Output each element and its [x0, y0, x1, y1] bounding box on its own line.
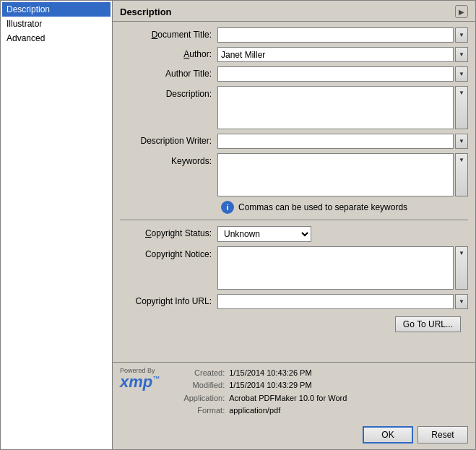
sidebar-item-illustrator[interactable]: Illustrator — [2, 17, 111, 31]
panel-title: Description — [120, 7, 172, 17]
footer: Powered By xmp™ Created: 1/15/2014 10:43… — [113, 362, 475, 422]
author-row: Author: ▼ — [120, 47, 468, 62]
content-area: Document Title: ▼ Author: ▼ — [113, 22, 475, 362]
info-row: i Commas can be used to separate keyword… — [120, 201, 468, 214]
document-title-wrap: ▼ — [217, 27, 468, 43]
format-label: Format: — [171, 404, 229, 417]
reset-button[interactable]: Reset — [417, 426, 468, 443]
document-title-dropdown[interactable]: ▼ — [455, 27, 468, 43]
author-dropdown[interactable]: ▼ — [455, 47, 468, 62]
author-title-dropdown[interactable]: ▼ — [455, 66, 468, 82]
keywords-dropdown[interactable]: ▼ — [455, 153, 468, 196]
goto-url-row: Go To URL... — [120, 313, 468, 334]
copyright-status-select[interactable]: Unknown Copyrighted Public Domain — [217, 226, 311, 242]
info-text: Commas can be used to separate keywords — [238, 202, 407, 212]
copyright-notice-wrap: ▼ — [217, 246, 468, 290]
author-title-wrap: ▼ — [217, 66, 468, 82]
application-value: Acrobat PDFMaker 10.0 for Word — [229, 392, 347, 405]
author-input[interactable] — [217, 47, 454, 62]
goto-url-button[interactable]: Go To URL... — [395, 316, 461, 332]
copyright-notice-input[interactable] — [217, 246, 454, 290]
xmp-text: xmp™ — [120, 374, 160, 390]
keywords-label: Keywords: — [120, 153, 217, 166]
copyright-url-label: Copyright Info URL: — [120, 294, 217, 306]
keywords-row: Keywords: ▼ — [120, 153, 468, 196]
description-dropdown[interactable]: ▼ — [455, 86, 468, 129]
format-value: application/pdf — [229, 404, 280, 417]
description-writer-input[interactable] — [217, 134, 454, 149]
copyright-notice-label: Copyright Notice: — [120, 246, 217, 259]
author-title-row: Author Title: ▼ — [120, 66, 468, 82]
author-title-label: Author Title: — [120, 66, 217, 79]
sidebar: Description Illustrator Advanced — [1, 1, 113, 449]
description-row: Description: ▼ — [120, 86, 468, 129]
description-writer-wrap: ▼ — [217, 134, 468, 149]
modified-label: Modified: — [171, 379, 229, 392]
author-title-input[interactable] — [217, 66, 454, 82]
description-wrap: ▼ — [217, 86, 468, 129]
dialog-buttons: OK Reset — [113, 422, 475, 449]
copyright-notice-row: Copyright Notice: ▼ — [120, 246, 468, 290]
copyright-url-input[interactable] — [217, 294, 454, 309]
separator-1 — [120, 220, 468, 220]
copyright-status-wrap: Unknown Copyrighted Public Domain — [217, 226, 468, 242]
keywords-input[interactable] — [217, 153, 454, 196]
author-wrap: ▼ — [217, 47, 468, 62]
author-label: Author: — [120, 47, 217, 59]
application-row: Application: Acrobat PDFMaker 10.0 for W… — [171, 392, 468, 405]
copyright-url-row: Copyright Info URL: ▼ — [120, 294, 468, 309]
format-row: Format: application/pdf — [171, 404, 468, 417]
meta-info: Created: 1/15/2014 10:43:26 PM Modified:… — [171, 367, 468, 417]
xmp-logo: Powered By xmp™ — [120, 367, 160, 390]
sidebar-item-advanced[interactable]: Advanced — [2, 31, 111, 46]
description-input[interactable] — [217, 86, 454, 129]
panel-header: Description ▶ — [113, 1, 475, 22]
main-panel: Description ▶ Document Title: ▼ — [113, 1, 475, 449]
description-writer-dropdown[interactable]: ▼ — [455, 134, 468, 149]
keywords-wrap: ▼ — [217, 153, 468, 196]
copyright-status-label: Copyright Status: — [120, 226, 217, 238]
info-icon: i — [221, 201, 234, 214]
copyright-notice-dropdown[interactable]: ▼ — [455, 246, 468, 290]
document-properties-dialog: Description Illustrator Advanced Descrip… — [0, 0, 476, 450]
description-writer-label: Description Writer: — [120, 134, 217, 146]
created-row: Created: 1/15/2014 10:43:26 PM — [171, 367, 468, 380]
document-title-input[interactable] — [217, 27, 454, 43]
description-label: Description: — [120, 86, 217, 99]
copyright-status-row: Copyright Status: Unknown Copyrighted Pu… — [120, 226, 468, 242]
application-label: Application: — [171, 392, 229, 405]
modified-row: Modified: 1/15/2014 10:43:29 PM — [171, 379, 468, 392]
expand-icon[interactable]: ▶ — [455, 5, 468, 18]
created-value: 1/15/2014 10:43:26 PM — [229, 367, 311, 380]
copyright-url-wrap: ▼ — [217, 294, 468, 309]
document-title-label: Document Title: — [120, 27, 217, 40]
sidebar-item-description[interactable]: Description — [2, 2, 111, 17]
created-label: Created: — [171, 367, 229, 380]
modified-value: 1/15/2014 10:43:29 PM — [229, 379, 311, 392]
document-title-row: Document Title: ▼ — [120, 27, 468, 43]
description-writer-row: Description Writer: ▼ — [120, 134, 468, 149]
ok-button[interactable]: OK — [363, 426, 413, 443]
copyright-url-dropdown[interactable]: ▼ — [455, 294, 468, 309]
